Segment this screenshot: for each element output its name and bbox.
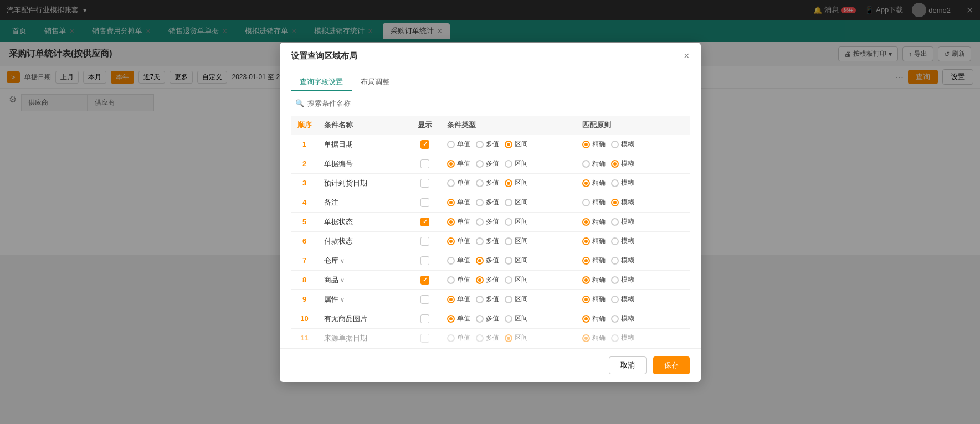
radio-match-模糊[interactable]: 模糊 — [611, 159, 634, 168]
radio-circle — [447, 199, 455, 206]
cell-type: 单值多值区间 — [442, 135, 577, 154]
table-row: 4备注单值多值区间精确模糊 — [291, 193, 690, 212]
cell-order: 5 — [291, 212, 319, 231]
radio-type-多值[interactable]: 多值 — [476, 139, 499, 149]
radio-match-精确[interactable]: 精确 — [582, 217, 606, 226]
radio-match-精确[interactable]: 精确 — [582, 159, 606, 168]
cell-name: 预计到货日期 — [319, 173, 409, 193]
radio-circle — [582, 218, 590, 226]
th-name: 条件名称 — [319, 116, 409, 135]
radio-circle — [476, 141, 484, 148]
cell-type: 单值多值区间 — [442, 251, 577, 255]
radio-type-单值[interactable]: 单值 — [447, 159, 470, 168]
cell-order: 1 — [291, 135, 319, 154]
tab-layout-adjust[interactable]: 布局调整 — [352, 74, 398, 91]
radio-type-单值[interactable]: 单值 — [447, 198, 470, 207]
radio-type-区间[interactable]: 区间 — [505, 139, 528, 149]
radio-type-单值[interactable]: 单值 — [447, 217, 470, 226]
dialog-title: 设置查询区域布局 — [291, 51, 357, 61]
cell-name: 仓库 ∨ — [319, 251, 409, 255]
dialog-search-area: 🔍 — [280, 91, 701, 116]
radio-type-多值[interactable]: 多值 — [476, 217, 499, 226]
radio-match-模糊[interactable]: 模糊 — [611, 217, 634, 226]
radio-type-单值[interactable]: 单值 — [447, 178, 470, 188]
radio-match-模糊[interactable]: 模糊 — [611, 178, 634, 188]
tab-query-fields[interactable]: 查询字段设置 — [291, 74, 352, 91]
display-checkbox[interactable] — [420, 198, 429, 207]
cell-type: 单值多值区间 — [442, 212, 577, 231]
radio-type-多值[interactable]: 多值 — [476, 178, 499, 188]
radio-circle — [611, 179, 619, 187]
radio-circle — [447, 160, 455, 168]
radio-type-多值[interactable]: 多值 — [476, 159, 499, 168]
radio-circle — [582, 141, 590, 148]
radio-type-区间[interactable]: 区间 — [505, 198, 528, 207]
radio-circle — [611, 237, 619, 245]
radio-match-精确[interactable]: 精确 — [582, 198, 606, 207]
cell-type: 单值多值区间 — [442, 173, 577, 193]
cell-display — [408, 135, 442, 154]
cell-name: 单据日期 — [319, 135, 409, 154]
radio-circle — [447, 237, 455, 245]
radio-match-精确[interactable]: 精确 — [582, 178, 606, 188]
radio-circle — [476, 237, 484, 245]
radio-type-区间[interactable]: 区间 — [505, 178, 528, 188]
cell-name: 单据状态 — [319, 212, 409, 231]
table-header-row: 顺序 条件名称 显示 条件类型 匹配原则 — [291, 116, 690, 135]
cell-order: 7 — [291, 251, 319, 255]
radio-match-模糊[interactable]: 模糊 — [611, 236, 634, 246]
display-checkbox[interactable] — [420, 237, 429, 246]
cell-type: 单值多值区间 — [442, 231, 577, 251]
cell-order: 6 — [291, 231, 319, 251]
dialog-table-wrapper: 顺序 条件名称 显示 条件类型 匹配原则 1单据日期单值多值区间精确模糊2单据编… — [280, 116, 701, 255]
th-match: 匹配原则 — [577, 116, 689, 135]
radio-circle — [611, 199, 619, 206]
display-checkbox[interactable] — [420, 140, 429, 149]
search-input[interactable] — [307, 99, 407, 107]
table-row: 6付款状态单值多值区间精确模糊 — [291, 231, 690, 251]
dialog-close-button[interactable]: × — [684, 50, 690, 62]
cell-match: 精确模糊 — [577, 154, 689, 173]
cell-order: 2 — [291, 154, 319, 173]
radio-match-模糊[interactable]: 模糊 — [611, 198, 634, 207]
th-order: 顺序 — [291, 116, 319, 135]
display-checkbox[interactable] — [420, 179, 429, 188]
cell-order: 4 — [291, 193, 319, 212]
cell-match: 精确模糊 — [577, 231, 689, 251]
radio-match-精确[interactable]: 精确 — [582, 236, 606, 246]
dialog-overlay: 设置查询区域布局 × 查询字段设置 布局调整 🔍 顺序 — [0, 0, 980, 255]
radio-type-单值[interactable]: 单值 — [447, 236, 470, 246]
cell-display — [408, 212, 442, 231]
cell-display — [408, 231, 442, 251]
radio-circle — [476, 179, 484, 187]
radio-circle — [447, 179, 455, 187]
display-checkbox[interactable] — [420, 218, 429, 226]
cell-display — [408, 173, 442, 193]
cell-order: 3 — [291, 173, 319, 193]
table-row: 2单据编号单值多值区间精确模糊 — [291, 154, 690, 173]
radio-type-多值[interactable]: 多值 — [476, 236, 499, 246]
radio-match-模糊[interactable]: 模糊 — [611, 139, 634, 149]
radio-circle — [611, 160, 619, 168]
radio-circle — [582, 179, 590, 187]
search-icon: 🔍 — [295, 99, 304, 107]
radio-type-区间[interactable]: 区间 — [505, 159, 528, 168]
radio-circle — [505, 141, 512, 148]
cell-name: 备注 — [319, 193, 409, 212]
radio-circle — [505, 179, 512, 187]
dialog-tabs: 查询字段设置 布局调整 — [280, 68, 701, 91]
radio-circle — [582, 160, 590, 168]
radio-type-区间[interactable]: 区间 — [505, 217, 528, 226]
radio-circle — [447, 141, 455, 148]
radio-circle — [476, 199, 484, 206]
table-body: 1单据日期单值多值区间精确模糊2单据编号单值多值区间精确模糊3预计到货日期单值多… — [291, 135, 690, 255]
radio-type-多值[interactable]: 多值 — [476, 198, 499, 207]
radio-match-精确[interactable]: 精确 — [582, 139, 606, 149]
radio-type-单值[interactable]: 单值 — [447, 139, 470, 149]
cell-match: 精确模糊 — [577, 173, 689, 193]
radio-type-区间[interactable]: 区间 — [505, 236, 528, 246]
cell-match: 精确模糊 — [577, 193, 689, 212]
display-checkbox[interactable] — [420, 159, 429, 168]
radio-circle — [611, 218, 619, 226]
cell-match: 精确模糊 — [577, 135, 689, 154]
